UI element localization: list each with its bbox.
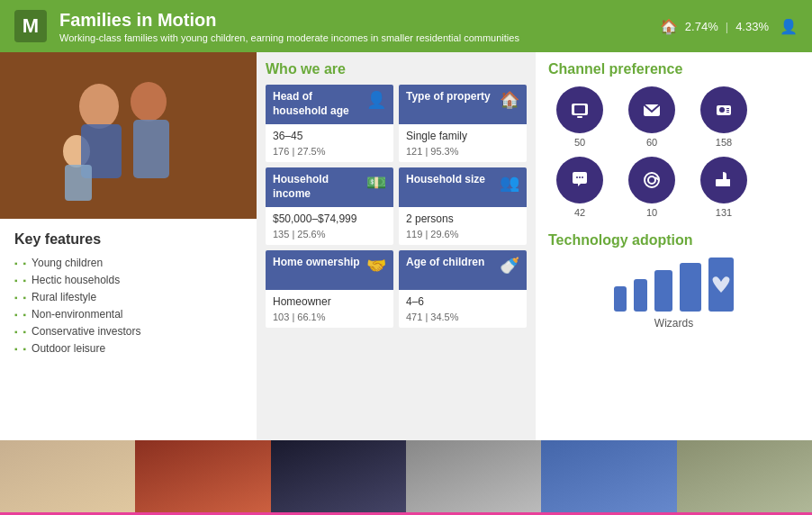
- card-header: Household income 💵: [266, 167, 393, 207]
- channel-item-social: 131: [692, 157, 755, 218]
- who-we-are-title: Who we are: [266, 61, 527, 77]
- person-icon: 👤: [780, 18, 798, 35]
- svg-rect-1: [0, 52, 257, 219]
- svg-rect-7: [65, 165, 92, 201]
- bottom-img-6: [677, 440, 812, 512]
- stat1: 2.74%: [685, 20, 718, 33]
- stat2: 4.33%: [735, 20, 769, 33]
- card-body: Homeowner 103 | 66.1%: [266, 290, 393, 328]
- channel-item-email: 10: [620, 157, 683, 218]
- card-value: $50,000–$74,999: [273, 212, 386, 225]
- svg-rect-6: [133, 120, 169, 178]
- svg-point-3: [131, 82, 167, 122]
- device-1: [634, 279, 647, 312]
- card-header: Head of household age 👤: [266, 85, 393, 124]
- bottom-img-4: [406, 440, 541, 512]
- channel-item-TV: 50: [548, 86, 611, 148]
- card-header-title: Home ownership: [273, 256, 360, 270]
- channel-circle: [556, 86, 603, 133]
- house-icon: 🏠: [660, 18, 678, 35]
- card-icon: 🍼: [500, 256, 519, 276]
- channel-title: Channel preference: [548, 61, 799, 77]
- card-value: 2 persons: [406, 212, 519, 225]
- tech-label: Wizards: [654, 317, 693, 330]
- card-home-ownership: Home ownership 🤝 Homeowner 103 | 66.1%: [266, 250, 393, 328]
- card-value: 4–6: [406, 295, 519, 308]
- card-icon: 👥: [500, 173, 519, 193]
- card-header-title: Age of children: [406, 256, 484, 270]
- card-body: 36–45 176 | 27.5%: [266, 124, 393, 162]
- card-header: Age of children 🍼: [399, 250, 527, 290]
- tech-adoption: Wizards: [548, 258, 799, 330]
- card-value: Single family: [406, 130, 519, 142]
- channel-item-mail: 60: [620, 86, 683, 148]
- tech-devices: [612, 258, 735, 312]
- app-title: Families in Motion: [59, 10, 660, 31]
- card-body: $50,000–$74,999 135 | 25.6%: [266, 207, 393, 245]
- card-body: Single family 121 | 95.3%: [399, 124, 527, 162]
- svg-point-19: [582, 176, 583, 178]
- card-body: 4–6 471 | 34.5%: [399, 290, 527, 328]
- card-header: Household size 👥: [399, 167, 527, 207]
- card-header-title: Head of household age: [273, 90, 363, 118]
- svg-rect-10: [577, 116, 582, 118]
- card-value: Homeowner: [273, 295, 386, 308]
- card-icon: 🏠: [500, 90, 519, 110]
- key-feature-item: ▪Outdoor leisure: [14, 342, 242, 355]
- family-photo: [0, 52, 257, 219]
- app-subtitle: Working-class families with young childr…: [59, 32, 660, 43]
- bottom-img-3: [271, 440, 406, 512]
- svg-rect-23: [716, 179, 719, 186]
- card-icon: 💵: [366, 173, 386, 193]
- key-features-section: Key features ▪Young children▪Hectic hous…: [0, 219, 257, 440]
- key-feature-item: ▪Conservative investors: [14, 325, 242, 338]
- channel-circle: [556, 157, 603, 203]
- channel-value: 131: [716, 207, 732, 218]
- svg-point-2: [79, 84, 119, 129]
- device-3: [680, 263, 701, 312]
- channel-circle: [700, 86, 747, 133]
- bottom-img-1: [0, 440, 135, 512]
- svg-point-20: [645, 173, 659, 187]
- card-header-title: Household size: [406, 173, 485, 187]
- svg-point-21: [648, 176, 655, 184]
- card-stats: 103 | 66.1%: [273, 312, 386, 322]
- card-body: 2 persons 119 | 29.6%: [399, 207, 527, 245]
- card-header-title: Type of property: [406, 90, 491, 104]
- svg-rect-15: [726, 110, 729, 111]
- device-4: [708, 258, 734, 312]
- key-feature-item: ▪Non-environmental: [14, 308, 242, 321]
- bottom-img-5: [541, 440, 676, 512]
- card-stats: 471 | 34.5%: [406, 312, 519, 322]
- card-head-household-age: Head of household age 👤 36–45 176 | 27.5…: [266, 85, 393, 162]
- card-header: Type of property 🏠: [399, 85, 527, 124]
- svg-rect-9: [574, 105, 585, 113]
- mid-panel: Who we are Head of household age 👤 36–45…: [257, 52, 536, 440]
- header: M Families in Motion Working-class famil…: [0, 0, 812, 52]
- card-stats: 176 | 27.5%: [273, 146, 386, 157]
- channel-circle: [628, 86, 675, 133]
- channel-value: 10: [646, 207, 657, 218]
- channel-value: 50: [574, 137, 585, 148]
- card-stats: 135 | 25.6%: [273, 229, 386, 239]
- channel-circle: [628, 157, 675, 203]
- key-feature-item: ▪Rural lifestyle: [14, 291, 242, 303]
- left-panel: Key features ▪Young children▪Hectic hous…: [0, 52, 257, 440]
- right-panel: Channel preference 50 60 158 42 10 131: [536, 52, 812, 440]
- logo: M: [14, 10, 47, 42]
- svg-point-18: [579, 176, 581, 178]
- card-header-title: Household income: [273, 173, 363, 201]
- card-household-income: Household income 💵 $50,000–$74,999 135 |…: [266, 167, 393, 245]
- card-age-of-children: Age of children 🍼 4–6 471 | 34.5%: [399, 250, 527, 328]
- svg-point-17: [576, 176, 578, 178]
- card-type-property: Type of property 🏠 Single family 121 | 9…: [399, 85, 527, 162]
- card-icon: 👤: [366, 90, 386, 110]
- svg-rect-16: [726, 112, 729, 113]
- channel-value: 158: [716, 137, 732, 148]
- channel-value: 60: [646, 137, 657, 148]
- key-feature-item: ▪Young children: [14, 257, 242, 269]
- device-0: [614, 286, 627, 312]
- channel-circle: [700, 157, 747, 203]
- stat-divider: |: [726, 20, 728, 33]
- card-household-size: Household size 👥 2 persons 119 | 29.6%: [399, 167, 527, 245]
